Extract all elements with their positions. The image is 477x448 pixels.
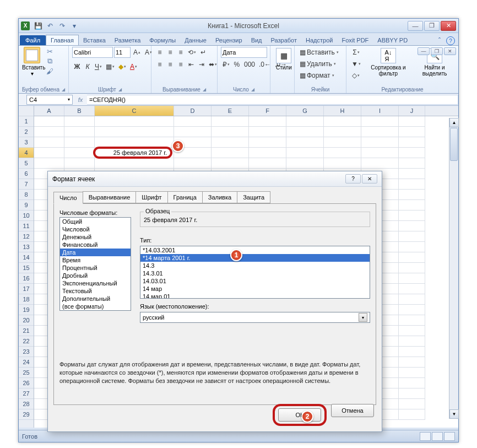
- row-header-20[interactable]: 20: [19, 315, 34, 326]
- percent-icon[interactable]: %: [232, 59, 242, 70]
- type-item[interactable]: 14.3.01: [140, 269, 370, 277]
- tab-formulas[interactable]: Формулы: [145, 35, 180, 45]
- dlg-tab-border[interactable]: Граница: [167, 191, 203, 203]
- styles-button[interactable]: ▦ Стили: [274, 47, 294, 72]
- format-item[interactable]: Числовой: [60, 225, 131, 233]
- dialog-close-button[interactable]: ✕: [362, 174, 377, 183]
- format-item[interactable]: (все форматы): [60, 303, 131, 310]
- col-header-F[interactable]: F: [249, 106, 286, 116]
- fill-color-icon[interactable]: ◆▾: [117, 61, 128, 72]
- row-header-9[interactable]: 9: [19, 200, 34, 210]
- tab-layout[interactable]: Разметка: [110, 35, 145, 45]
- font-dialog-launcher[interactable]: ◢: [118, 87, 122, 92]
- row-header-11[interactable]: 11: [19, 221, 34, 231]
- currency-icon[interactable]: ₽▾: [221, 59, 231, 70]
- number-format-combo[interactable]: [221, 47, 267, 58]
- col-header-E[interactable]: E: [212, 106, 249, 116]
- row-header-26[interactable]: 26: [19, 378, 34, 388]
- row-header-14[interactable]: 14: [19, 252, 34, 263]
- view-pagebreak-icon[interactable]: [444, 432, 455, 441]
- language-dropdown-icon[interactable]: ▾: [359, 313, 367, 322]
- fill-icon[interactable]: ▼▾: [350, 58, 362, 69]
- row-header-6[interactable]: 6: [19, 169, 34, 179]
- insert-cells-button[interactable]: ▦ Вставить▾: [298, 47, 345, 58]
- tab-home[interactable]: Главная: [46, 35, 79, 45]
- format-item[interactable]: Общий: [60, 218, 131, 225]
- col-header-B[interactable]: B: [64, 106, 95, 116]
- row-header-29[interactable]: 29: [19, 409, 34, 420]
- maximize-button[interactable]: ❐: [424, 21, 440, 31]
- cancel-button[interactable]: Отмена: [331, 404, 374, 417]
- clear-icon[interactable]: ◇▾: [350, 70, 362, 81]
- format-cells-button[interactable]: ▦ Формат▾: [298, 70, 345, 81]
- format-item[interactable]: Дробный: [60, 272, 131, 279]
- ribbon-minimize-icon[interactable]: ˆ: [435, 36, 444, 45]
- scroll-thumb[interactable]: [450, 128, 458, 161]
- dialog-help-button[interactable]: ?: [345, 174, 361, 183]
- row-header-3[interactable]: 3: [19, 137, 34, 148]
- dlg-tab-protection[interactable]: Защита: [237, 191, 270, 203]
- tab-foxit[interactable]: Foxit PDF: [337, 35, 373, 45]
- format-item[interactable]: Процентный: [60, 264, 131, 272]
- delete-cells-button[interactable]: ▦ Удалить▾: [298, 58, 345, 69]
- tab-developer[interactable]: Разработ: [267, 35, 301, 45]
- font-size-combo[interactable]: [114, 47, 131, 58]
- dlg-tab-number[interactable]: Число: [53, 192, 83, 204]
- row-header-12[interactable]: 12: [19, 231, 34, 242]
- col-header-G[interactable]: G: [286, 106, 324, 116]
- qat-save-icon[interactable]: 💾: [33, 21, 43, 31]
- wb-close-button[interactable]: ✕: [444, 47, 456, 55]
- merge-icon[interactable]: ⬌▾: [207, 59, 219, 70]
- selected-cell[interactable]: 25 февраля 2017 г.: [93, 147, 172, 159]
- autosum-icon[interactable]: Σ▾: [350, 47, 362, 58]
- type-item[interactable]: 14 мар 01: [140, 293, 370, 299]
- indent-decrease-icon[interactable]: ⇤: [186, 59, 196, 70]
- qat-undo-icon[interactable]: ↶: [45, 21, 55, 31]
- row-header-18[interactable]: 18: [19, 294, 34, 305]
- type-list[interactable]: *14.03.2001*14 марта 2001 г.14.314.3.011…: [140, 246, 370, 299]
- row-header-16[interactable]: 16: [19, 273, 34, 284]
- close-button[interactable]: ✕: [441, 21, 456, 31]
- format-item[interactable]: Дата: [60, 249, 131, 256]
- alignment-dialog-launcher[interactable]: ◢: [203, 87, 206, 92]
- row-header-23[interactable]: 23: [19, 347, 34, 357]
- orientation-icon[interactable]: ⟲▾: [186, 47, 198, 58]
- row-header-19[interactable]: 19: [19, 305, 34, 315]
- align-middle-icon[interactable]: ≡: [165, 47, 175, 58]
- view-normal-icon[interactable]: [420, 432, 431, 441]
- type-item[interactable]: 14.03.01: [140, 277, 370, 285]
- align-left-icon[interactable]: ≡: [155, 59, 165, 70]
- row-header-10[interactable]: 10: [19, 210, 34, 221]
- italic-button[interactable]: К: [83, 61, 93, 72]
- row-header-25[interactable]: 25: [19, 368, 34, 378]
- scroll-up-icon[interactable]: ▲: [449, 118, 459, 127]
- borders-icon[interactable]: ▦▾: [104, 61, 116, 72]
- tab-review[interactable]: Рецензир: [211, 35, 247, 45]
- tab-view[interactable]: Вид: [247, 35, 267, 45]
- row-header-27[interactable]: 27: [19, 388, 34, 399]
- wrap-text-icon[interactable]: ↵: [198, 47, 208, 58]
- paste-button[interactable]: Вставить ▾: [22, 47, 42, 77]
- formats-list[interactable]: ОбщийЧисловойДенежныйФинансовыйДатаВремя…: [59, 217, 131, 311]
- dlg-tab-alignment[interactable]: Выравнивание: [83, 191, 137, 203]
- row-header-1[interactable]: 1: [19, 116, 34, 127]
- col-header-I[interactable]: I: [361, 106, 399, 116]
- col-header-A[interactable]: A: [34, 106, 64, 116]
- col-header-C[interactable]: C: [95, 106, 174, 116]
- format-item[interactable]: Финансовый: [60, 241, 131, 249]
- indent-increase-icon[interactable]: ⇥: [197, 59, 207, 70]
- ok-button[interactable]: ОК: [278, 408, 321, 422]
- row-header-7[interactable]: 7: [19, 179, 34, 190]
- tab-addins[interactable]: Надстрой: [301, 35, 337, 45]
- type-item[interactable]: *14.03.2001: [140, 246, 370, 254]
- align-center-icon[interactable]: ≡: [165, 59, 175, 70]
- col-header-D[interactable]: D: [174, 106, 212, 116]
- scroll-down-icon[interactable]: ▼: [449, 409, 459, 419]
- vertical-scrollbar[interactable]: ▲ ▼: [449, 118, 458, 419]
- col-header-H[interactable]: H: [324, 106, 361, 116]
- format-item[interactable]: Экспоненциальный: [60, 279, 131, 287]
- type-item[interactable]: *14 марта 2001 г.: [140, 254, 370, 262]
- fx-icon[interactable]: fx: [74, 96, 87, 103]
- qat-dropdown-icon[interactable]: ▾: [69, 21, 79, 31]
- row-header-13[interactable]: 13: [19, 242, 34, 252]
